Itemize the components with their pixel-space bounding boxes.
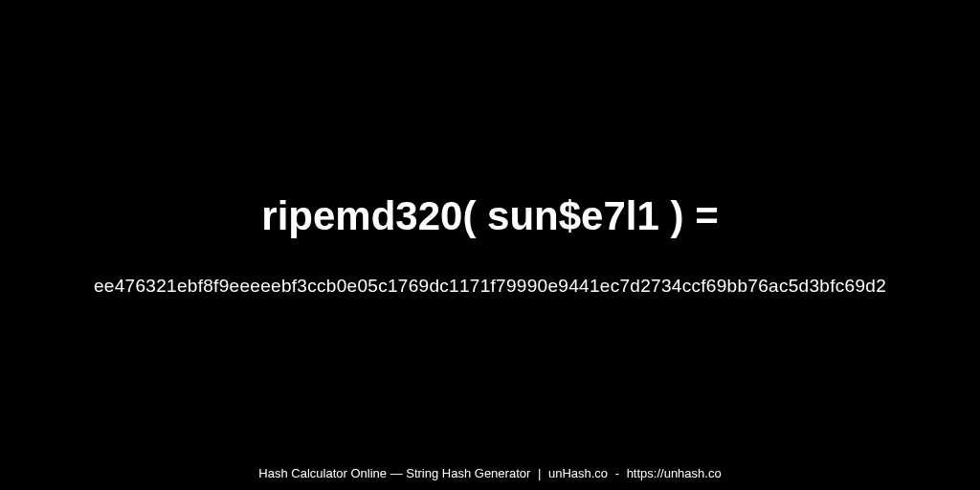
main-content: ripemd320( sun$e7l1 ) = ee476321ebf8f9ee… — [0, 0, 980, 490]
hash-output-value: ee476321ebf8f9eeeeebf3ccb0e05c1769dc1171… — [94, 276, 886, 297]
footer-url[interactable]: https://unhash.co — [625, 466, 724, 480]
footer: Hash Calculator Online — String Hash Gen… — [0, 466, 980, 480]
footer-site-name[interactable]: unHash.co — [546, 466, 610, 480]
footer-title: Hash Calculator Online — String Hash Gen… — [256, 466, 532, 480]
hash-expression: ripemd320( sun$e7l1 ) = — [261, 193, 718, 239]
footer-separator-2: - — [610, 466, 625, 480]
footer-separator: | — [532, 466, 546, 480]
